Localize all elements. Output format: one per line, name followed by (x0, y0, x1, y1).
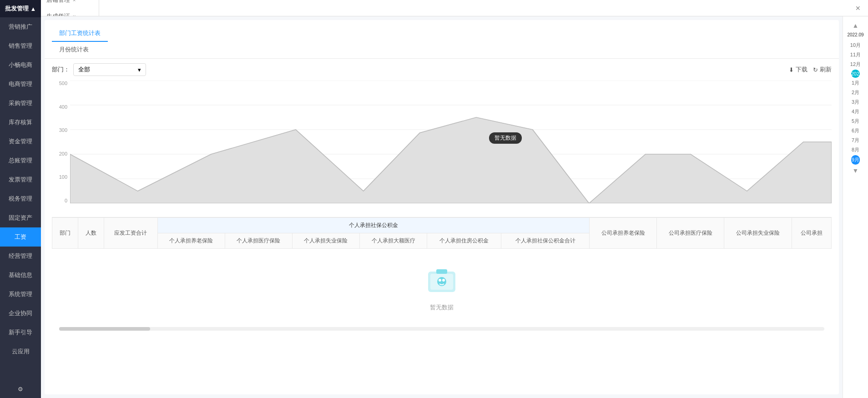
chart-container: 500 400 300 200 100 0 (52, 81, 832, 217)
tab-生成凭证[interactable]: 生成凭证× (41, 8, 99, 17)
sidebar-item-资金管理[interactable]: 资金管理 (0, 132, 41, 151)
timeline-month-11月[interactable]: 11月 (850, 50, 861, 60)
timeline-month-10月[interactable]: 10月 (850, 40, 861, 50)
refresh-label: 刷新 (820, 65, 832, 74)
y-label-0: 0 (65, 198, 67, 203)
sidebar-title: 批发管理 (5, 5, 29, 13)
col-company-other: 公司承担 (792, 218, 831, 249)
timeline-month-2月[interactable]: 2月 (850, 88, 861, 97)
data-table: 部门 人数 应发工资合计 个人承担社保公积金 公司承担养老保险 公司承担医疗保险… (52, 217, 832, 249)
y-label-400: 400 (59, 104, 67, 110)
chevron-down-icon: ▾ (138, 66, 141, 73)
toolbar-left: 部门： 全部 ▾ (52, 63, 146, 76)
y-label-300: 300 (59, 127, 67, 133)
col-company-pension: 公司承担养老保险 (590, 218, 657, 249)
timeline-month-5月[interactable]: 5月 (850, 116, 861, 126)
refresh-icon: ↻ (813, 66, 818, 73)
chart-y-axis: 500 400 300 200 100 0 (52, 81, 70, 203)
col-personal-unemployment: 个人承担失业保险 (292, 233, 359, 249)
sidebar-item-云应用[interactable]: 云应用 (0, 342, 41, 361)
sidebar-item-采购管理[interactable]: 采购管理 (0, 94, 41, 113)
col-group-personal-social: 个人承担社保公积金 (157, 218, 590, 233)
tab-label: 店铺管理 (46, 0, 70, 4)
y-label-500: 500 (59, 81, 67, 86)
col-company-medical: 公司承担医疗保险 (657, 218, 724, 249)
sidebar-item-营销推广[interactable]: 营销推广 (0, 17, 41, 36)
sidebar-toggle-icon: ▲ (30, 5, 36, 12)
sidebar-item-固定资产[interactable]: 固定资产 (0, 208, 41, 227)
sidebar-item-经营管理[interactable]: 经营管理 (0, 247, 41, 266)
dept-value: 全部 (78, 65, 90, 74)
sidebar-item-系统管理[interactable]: 系统管理 (0, 285, 41, 304)
sidebar-item-工资[interactable]: 工资 (0, 227, 41, 247)
chart-area: 500 400 300 200 100 0 (45, 81, 839, 394)
main-area: 首页门店商品目录×销售单×店铺管理×生成凭证×应收应付调整单×工资表×工资统计报… (41, 0, 868, 398)
table-wrapper: 部门 人数 应发工资合计 个人承担社保公积金 公司承担养老保险 公司承担医疗保险… (52, 217, 832, 325)
timeline-month-7月[interactable]: 7月 (850, 136, 861, 145)
sidebar: 批发管理 ▲ 营销推广销售管理小畅电商电商管理采购管理库存核算资金管理总账管理发… (0, 0, 41, 398)
empty-icon (424, 262, 460, 299)
sidebar-item-销售管理[interactable]: 销售管理 (0, 36, 41, 55)
timeline-up-arrow[interactable]: ▲ (853, 20, 859, 31)
svg-point-10 (442, 279, 445, 282)
sidebar-item-发票管理[interactable]: 发票管理 (0, 170, 41, 189)
sidebar-item-库存核算[interactable]: 库存核算 (0, 113, 41, 132)
sub-tabs: 部门工资统计表月份统计表 (45, 20, 839, 59)
chart-polygon (70, 117, 832, 203)
col-total-wage: 应发工资合计 (104, 218, 157, 249)
empty-state: 暂无数据 (52, 249, 832, 325)
col-dept: 部门 (52, 218, 78, 249)
tab-label: 生成凭证 (46, 12, 70, 17)
sidebar-item-基础信息[interactable]: 基础信息 (0, 266, 41, 285)
col-personal-major-medical: 个人承担大额医疗 (360, 233, 427, 249)
close-all-button[interactable]: ✕ (852, 2, 864, 15)
sidebar-item-小畅电商[interactable]: 小畅电商 (0, 55, 41, 75)
col-company-unemployment: 公司承担失业保险 (724, 218, 792, 249)
timeline-year-2022[interactable]: 2022 (851, 70, 860, 78)
table-scroll-bar[interactable] (59, 327, 824, 331)
sidebar-item-总账管理[interactable]: 总账管理 (0, 151, 41, 170)
download-button[interactable]: ⬇ 下载 (789, 65, 807, 74)
col-personal-housing: 个人承担住房公积金 (427, 233, 501, 249)
table-scroll-thumb (59, 327, 150, 331)
timeline-year-label[interactable]: 2022.09 (843, 31, 868, 39)
timeline-month-12月[interactable]: 12月 (850, 60, 861, 69)
col-headcount: 人数 (78, 218, 104, 249)
sidebar-item-企业协同[interactable]: 企业协同 (0, 304, 41, 323)
dept-label: 部门： (52, 65, 70, 74)
timeline-panel: ▲ 2022.09 10月11月12月20221月2月3月4月5月6月7月8月9… (843, 16, 868, 398)
sidebar-header[interactable]: 批发管理 ▲ (0, 0, 41, 17)
page-area: 部门工资统计表月份统计表 部门： 全部 ▾ ⬇ 下载 (45, 20, 839, 394)
sidebar-footer-settings[interactable]: ⚙ (0, 380, 41, 398)
sub-tab-月份统计表[interactable]: 月份统计表 (52, 42, 108, 58)
timeline-month-6月[interactable]: 6月 (850, 126, 861, 136)
sub-tab-部门工资统计表[interactable]: 部门工资统计表 (52, 25, 108, 42)
sidebar-item-税务管理[interactable]: 税务管理 (0, 189, 41, 208)
svg-point-9 (439, 279, 441, 282)
timeline-month-8月[interactable]: 8月 (850, 145, 861, 155)
tab-close-icon[interactable]: × (73, 0, 76, 3)
empty-text: 暂无数据 (430, 303, 454, 312)
content-area: 部门工资统计表月份统计表 部门： 全部 ▾ ⬇ 下载 (41, 16, 868, 398)
dept-select[interactable]: 全部 ▾ (73, 63, 146, 76)
timeline-month-4月[interactable]: 4月 (850, 107, 861, 116)
col-personal-total: 个人承担社保公积金合计 (501, 233, 590, 249)
toolbar-right: ⬇ 下载 ↻ 刷新 (789, 65, 832, 74)
y-label-200: 200 (59, 151, 67, 156)
download-icon: ⬇ (789, 66, 794, 73)
y-label-100: 100 (59, 174, 67, 180)
timeline-month-3月[interactable]: 3月 (850, 97, 861, 107)
tab-bar: 首页门店商品目录×销售单×店铺管理×生成凭证×应收应付调整单×工资表×工资统计报… (41, 0, 868, 16)
refresh-button[interactable]: ↻ 刷新 (813, 65, 832, 74)
timeline-down-arrow[interactable]: ▼ (853, 165, 859, 176)
sidebar-item-电商管理[interactable]: 电商管理 (0, 75, 41, 94)
col-personal-pension: 个人承担养老保险 (157, 233, 225, 249)
col-personal-medical: 个人承担医疗保险 (225, 233, 292, 249)
timeline-month-1月[interactable]: 1月 (850, 78, 861, 88)
tab-bar-end: ✕ (848, 2, 868, 15)
sidebar-item-新手引导[interactable]: 新手引导 (0, 323, 41, 342)
toolbar: 部门： 全部 ▾ ⬇ 下载 ↻ 刷新 (45, 59, 839, 81)
timeline-month-9月[interactable]: 9月 (851, 155, 860, 165)
chart-svg-area: 暂无数据 (70, 81, 832, 217)
tab-店铺管理[interactable]: 店铺管理× (41, 0, 99, 8)
